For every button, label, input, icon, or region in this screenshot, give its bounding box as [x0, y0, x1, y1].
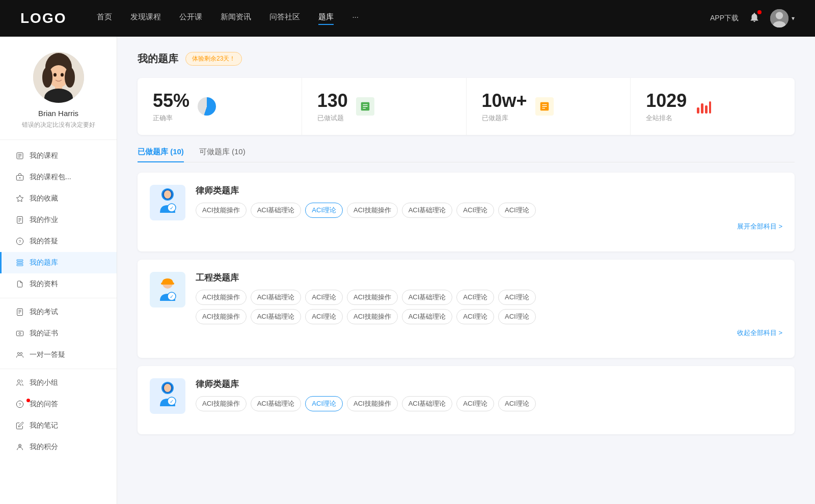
tab-done-banks[interactable]: 已做题库 (10): [138, 147, 184, 162]
tag-0-5[interactable]: ACI理论: [456, 203, 494, 218]
separator2: [0, 369, 117, 369]
tag-2-0[interactable]: ACI技能操作: [196, 396, 247, 411]
tag-2-4[interactable]: ACI基础理论: [402, 396, 453, 411]
nav-home[interactable]: 首页: [97, 12, 112, 25]
nav-qbank[interactable]: 题库: [318, 12, 334, 25]
sidebar-item-exam[interactable]: 我的考试: [0, 301, 117, 323]
page-title: 我的题库: [138, 52, 178, 66]
pie-visual: [198, 97, 216, 116]
tag-0-2[interactable]: ACI理论: [305, 203, 343, 218]
sidebar-item-homework[interactable]: 我的作业: [0, 209, 117, 231]
tag-0-1[interactable]: ACI基础理论: [251, 203, 302, 218]
sidebar-item-label: 我的题库: [30, 258, 58, 267]
tag-1b-3[interactable]: ACI技能操作: [347, 309, 398, 324]
tag-0-3[interactable]: ACI技能操作: [347, 203, 398, 218]
points-icon: [15, 442, 24, 452]
doc-green-icon: [355, 96, 375, 117]
sidebar-item-label: 我的答疑: [30, 237, 58, 246]
qbank-title-0: 律师类题库: [196, 185, 782, 197]
sidebar-item-qa[interactable]: ? 我的答疑: [0, 231, 117, 252]
certificate-icon: [15, 329, 24, 338]
svg-marker-19: [16, 195, 23, 202]
sidebar-item-qbank[interactable]: 我的题库: [0, 252, 117, 273]
tag-1b-5[interactable]: ACI理论: [456, 309, 494, 324]
sidebar-item-course[interactable]: 我的课程: [0, 145, 117, 166]
logo: LOGO: [20, 10, 66, 26]
tag-1-1[interactable]: ACI基础理论: [251, 290, 302, 305]
sidebar-item-material[interactable]: 我的资料: [0, 273, 117, 295]
question-icon: ?: [15, 400, 24, 409]
tag-2-1[interactable]: ACI基础理论: [251, 396, 302, 411]
nav-qa[interactable]: 问答社区: [269, 12, 300, 25]
tag-0-0[interactable]: ACI技能操作: [196, 203, 247, 218]
bar-chart-icon: [694, 96, 714, 117]
stat-banks-number: 10w+: [482, 90, 527, 111]
tag-1b-6[interactable]: ACI理论: [498, 309, 536, 324]
bar4: [709, 101, 712, 114]
user-avatar-menu[interactable]: ▾: [770, 9, 795, 27]
tag-1b-1[interactable]: ACI基础理论: [251, 309, 302, 324]
tag-1-5[interactable]: ACI理论: [456, 290, 494, 305]
svg-point-35: [17, 352, 19, 354]
sidebar-item-label: 我的笔记: [30, 421, 58, 430]
qbank-card-2: ✓ 律师类题库 ACI技能操作 ACI基础理论 ACI理论 ACI技能操作 AC…: [138, 366, 795, 434]
tag-1-2[interactable]: ACI理论: [305, 290, 343, 305]
sidebar-item-points[interactable]: 我的积分: [0, 436, 117, 458]
app-download-button[interactable]: APP下载: [710, 14, 739, 23]
svg-point-37: [17, 380, 20, 382]
stat-accuracy-label: 正确率: [153, 114, 189, 123]
tag-1b-0[interactable]: ACI技能操作: [196, 309, 247, 324]
sidebar-item-question[interactable]: ? 我的问答: [0, 394, 117, 415]
tag-2-3[interactable]: ACI技能操作: [347, 396, 398, 411]
sidebar-item-one-on-one[interactable]: 一对一答疑: [0, 344, 117, 366]
star-icon: [15, 194, 24, 203]
nav-more[interactable]: ···: [352, 12, 359, 25]
tag-1b-2[interactable]: ACI理论: [305, 309, 343, 324]
tag-0-4[interactable]: ACI基础理论: [402, 203, 453, 218]
tag-2-2[interactable]: ACI理论: [305, 396, 343, 411]
tag-2-5[interactable]: ACI理论: [456, 396, 494, 411]
tags-row-1a: ACI技能操作 ACI基础理论 ACI理论 ACI技能操作 ACI基础理论 AC…: [196, 290, 782, 305]
nav-news[interactable]: 新闻资讯: [221, 12, 251, 25]
stat-done-number: 130: [317, 90, 348, 111]
stat-done-banks: 10w+ 已做题库: [467, 78, 631, 135]
tag-1-6[interactable]: ACI理论: [498, 290, 536, 305]
sidebar-item-certificate[interactable]: 我的证书: [0, 323, 117, 344]
sidebar-item-favorites[interactable]: 我的收藏: [0, 188, 117, 209]
tag-0-6[interactable]: ACI理论: [498, 203, 536, 218]
notes-icon: [15, 421, 24, 430]
sidebar-item-notes[interactable]: 我的笔记: [0, 415, 117, 436]
qbank-card-content-2: 律师类题库 ACI技能操作 ACI基础理论 ACI理论 ACI技能操作 ACI基…: [196, 378, 782, 411]
svg-point-36: [20, 352, 22, 354]
nav-opencourse[interactable]: 公开课: [179, 12, 202, 25]
sidebar-item-label: 我的考试: [30, 307, 58, 317]
svg-text:?: ?: [19, 239, 21, 244]
sidebar-item-group[interactable]: 我的小组: [0, 372, 117, 394]
sidebar-item-label: 我的小组: [30, 378, 58, 387]
sidebar-item-course-package[interactable]: 我的课程包...: [0, 166, 117, 188]
expand-link-0[interactable]: 展开全部科目 >: [196, 218, 782, 231]
svg-point-52: [164, 190, 171, 199]
stats-row: 55% 正确率 130 已做试题: [138, 78, 795, 135]
tag-2-6[interactable]: ACI理论: [498, 396, 536, 411]
one-on-one-icon: [15, 350, 24, 359]
svg-text:✓: ✓: [170, 294, 174, 299]
nav-discover[interactable]: 发现课程: [130, 12, 161, 25]
svg-rect-27: [17, 262, 23, 264]
main-content: 我的题库 体验剩余23天！ 55% 正确率 130 已做试题: [117, 37, 815, 504]
exam-icon: [15, 307, 24, 317]
svg-point-34: [19, 332, 21, 334]
sidebar-item-label: 我的作业: [30, 215, 58, 225]
tag-1-0[interactable]: ACI技能操作: [196, 290, 247, 305]
stat-banks-content: 10w+ 已做题库: [482, 90, 527, 123]
collapse-link-1[interactable]: 收起全部科目 >: [196, 324, 782, 338]
notification-bell[interactable]: [749, 12, 760, 25]
tag-1-3[interactable]: ACI技能操作: [347, 290, 398, 305]
doc-gold-icon: [534, 96, 555, 117]
tag-1-4[interactable]: ACI基础理论: [402, 290, 453, 305]
svg-point-41: [19, 445, 20, 446]
question-badge: [26, 399, 30, 402]
tag-1b-4[interactable]: ACI基础理论: [402, 309, 453, 324]
tab-available-banks[interactable]: 可做题库 (10): [199, 147, 246, 162]
sidebar-item-label: 一对一答疑: [30, 350, 65, 359]
